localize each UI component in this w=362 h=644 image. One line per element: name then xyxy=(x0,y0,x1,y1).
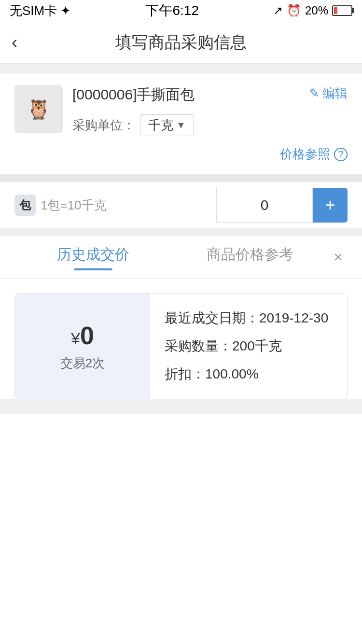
edit-button[interactable]: ✎ 编辑 xyxy=(309,85,348,102)
recent-date-value: 2019-12-30 xyxy=(259,310,328,325)
price-ref-row: 价格参照 ? xyxy=(14,146,348,163)
unit-selector[interactable]: 千克 ▼ xyxy=(140,114,194,136)
status-left: 无SIM卡 ✦ xyxy=(10,2,71,19)
carrier-text: 无SIM卡 ✦ xyxy=(10,2,71,19)
nav-bar: ‹ 填写商品采购信息 xyxy=(0,21,362,64)
alarm-icon: ⏰ xyxy=(287,4,301,17)
tab-product-price-ref[interactable]: 商品价格参考 xyxy=(172,245,329,269)
product-header: 🦉 [0000006]手撕面包 采购单位： 千克 ▼ ✎ 编辑 xyxy=(14,85,348,136)
purchase-qty-line: 采购数量：200千克 xyxy=(165,336,333,356)
product-name: [0000006]手撕面包 xyxy=(72,85,195,105)
price-display: ¥0 xyxy=(71,321,94,350)
status-right: ↗ ⏰ 20% xyxy=(273,4,352,17)
unit-value: 千克 xyxy=(148,117,173,134)
purchase-qty-label: 采购数量： xyxy=(165,338,232,353)
product-unit-row: 采购单位： 千克 ▼ xyxy=(72,114,195,136)
tab-close-button[interactable]: × xyxy=(329,248,348,266)
status-bar: 无SIM卡 ✦ 下午6:12 ↗ ⏰ 20% xyxy=(0,0,362,21)
tab-history-price[interactable]: 历史成交价 xyxy=(14,245,172,269)
battery-icon xyxy=(332,5,352,16)
quantity-plus-button[interactable]: + xyxy=(313,188,348,223)
recent-date-line: 最近成交日期：2019-12-30 xyxy=(165,308,333,328)
quantity-input[interactable] xyxy=(216,188,313,223)
product-thumbnail: 🦉 xyxy=(14,85,63,133)
bottom-area xyxy=(0,414,362,644)
edit-icon: ✎ xyxy=(309,86,320,101)
currency-symbol: ¥ xyxy=(71,329,80,348)
product-left: 🦉 [0000006]手撕面包 采购单位： 千克 ▼ xyxy=(14,85,195,136)
tabs-section: 历史成交价 商品价格参考 × ¥0 交易2次 最近成交日期：2019-12-30… xyxy=(0,236,362,399)
quantity-left: 包 1包=10千克 xyxy=(14,195,107,216)
edit-label: 编辑 xyxy=(322,85,348,102)
discount-value: 100.00% xyxy=(205,366,259,381)
product-info: [0000006]手撕面包 采购单位： 千克 ▼ xyxy=(72,85,195,136)
status-time: 下午6:12 xyxy=(145,1,199,20)
page-title: 填写商品采购信息 xyxy=(115,31,247,54)
purchase-qty-value: 200千克 xyxy=(232,338,282,353)
quantity-row: 包 1包=10千克 + xyxy=(0,182,362,228)
battery-percent: 20% xyxy=(305,4,328,17)
product-thumbnail-icon: 🦉 xyxy=(27,98,51,121)
tabs-header: 历史成交价 商品价格参考 × xyxy=(0,236,362,279)
history-info-card: ¥0 交易2次 最近成交日期：2019-12-30 采购数量：200千克 折扣：… xyxy=(14,293,348,399)
discount-label: 折扣： xyxy=(165,366,205,381)
discount-line: 折扣：100.00% xyxy=(165,364,333,384)
location-icon: ↗ xyxy=(273,4,283,17)
product-card: 🦉 [0000006]手撕面包 采购单位： 千克 ▼ ✎ 编辑 价格参照 ? xyxy=(0,73,362,174)
recent-date-label: 最近成交日期： xyxy=(165,310,259,325)
unit-box: 包 xyxy=(14,195,36,216)
trade-count: 交易2次 xyxy=(60,355,105,372)
price-ref-link[interactable]: 价格参照 xyxy=(280,146,330,163)
conversion-note: 1包=10千克 xyxy=(41,197,107,214)
card-price-section: ¥0 交易2次 xyxy=(15,294,150,399)
help-icon[interactable]: ? xyxy=(334,148,348,161)
quantity-right: + xyxy=(216,188,348,223)
unit-label: 采购单位： xyxy=(72,117,135,134)
price-value: 0 xyxy=(80,322,94,350)
back-button[interactable]: ‹ xyxy=(12,32,17,53)
section-divider xyxy=(0,174,362,182)
card-details-section: 最近成交日期：2019-12-30 采购数量：200千克 折扣：100.00% xyxy=(150,294,347,399)
unit-dropdown-icon: ▼ xyxy=(176,120,186,131)
